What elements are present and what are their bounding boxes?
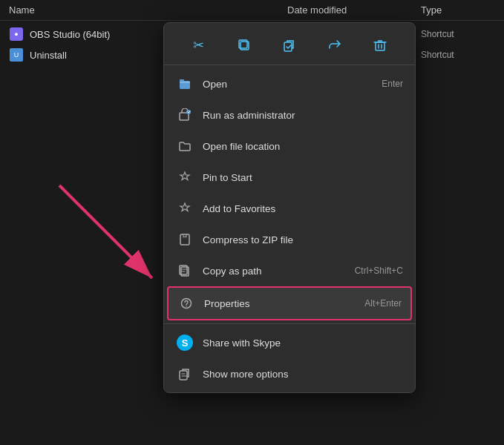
obs-file-icon: ●	[9, 27, 24, 42]
pin-to-start-icon	[176, 168, 194, 186]
open-label: Open	[203, 79, 373, 90]
compress-zip-icon	[176, 231, 194, 248]
menu-item-show-more[interactable]: Show more options	[164, 358, 415, 389]
share-skype-label: Share with Skype	[203, 337, 403, 349]
copy-as-path-icon	[176, 262, 194, 280]
pin-to-start-label: Pin to Start	[203, 172, 403, 183]
add-to-favorites-label: Add to Favorites	[203, 203, 403, 214]
svg-rect-8	[180, 113, 189, 120]
uninstall-file-type: Shortcut	[421, 50, 495, 60]
menu-item-run-as-admin[interactable]: Run as administrator	[164, 99, 415, 131]
svg-rect-15	[180, 371, 187, 380]
menu-item-share-skype[interactable]: S Share with Skype	[164, 327, 415, 358]
menu-item-add-to-favorites[interactable]: Add to Favorites	[164, 193, 415, 224]
menu-item-pin-to-start[interactable]: Pin to Start	[164, 162, 415, 193]
copy-as-path-shortcut: Ctrl+Shift+C	[355, 266, 403, 276]
menu-item-open[interactable]: Open Enter	[164, 68, 415, 99]
arrow-indicator	[37, 171, 171, 304]
open-file-location-icon	[176, 137, 194, 155]
col-name-header: Name	[9, 4, 287, 16]
menu-item-open-file-location[interactable]: Open file location	[164, 131, 415, 162]
copy-button[interactable]	[231, 32, 258, 59]
svg-rect-6	[180, 81, 190, 89]
show-more-icon	[176, 365, 194, 383]
context-menu-toolbar: ✂	[164, 26, 415, 65]
paste-shortcut-button[interactable]	[276, 32, 303, 59]
menu-separator	[164, 323, 415, 324]
run-as-admin-label: Run as administrator	[203, 110, 403, 121]
svg-point-9	[186, 110, 191, 114]
open-shortcut: Enter	[382, 79, 403, 89]
svg-rect-10	[180, 234, 189, 245]
context-menu: ✂	[163, 22, 416, 393]
cut-button[interactable]: ✂	[186, 32, 212, 59]
svg-line-1	[59, 185, 152, 278]
show-more-label: Show more options	[203, 369, 403, 380]
copy-as-path-label: Copy as path	[203, 266, 346, 277]
menu-item-copy-as-path[interactable]: Copy as path Ctrl+Shift+C	[164, 255, 415, 286]
share-button[interactable]	[321, 32, 348, 59]
delete-button[interactable]	[367, 32, 393, 59]
properties-icon	[177, 294, 195, 312]
obs-file-type: Shortcut	[421, 29, 495, 39]
properties-label: Properties	[204, 298, 356, 309]
menu-item-properties[interactable]: Properties Alt+Enter	[167, 286, 412, 320]
open-file-location-label: Open file location	[203, 141, 403, 152]
column-headers: Name Date modified Type	[0, 0, 504, 21]
skype-icon: S	[176, 334, 194, 352]
add-to-favorites-icon	[176, 200, 194, 217]
svg-rect-7	[180, 79, 184, 82]
col-date-header: Date modified	[287, 4, 421, 16]
svg-point-14	[186, 306, 186, 306]
svg-rect-5	[376, 42, 384, 50]
run-as-admin-icon	[176, 106, 194, 124]
open-icon	[176, 75, 194, 93]
compress-zip-label: Compress to ZIP file	[203, 234, 403, 245]
uninstall-file-icon: U	[9, 47, 24, 62]
menu-item-compress-zip[interactable]: Compress to ZIP file	[164, 224, 415, 255]
svg-rect-4	[284, 42, 292, 51]
col-type-header: Type	[421, 4, 495, 16]
properties-shortcut: Alt+Enter	[364, 298, 402, 309]
